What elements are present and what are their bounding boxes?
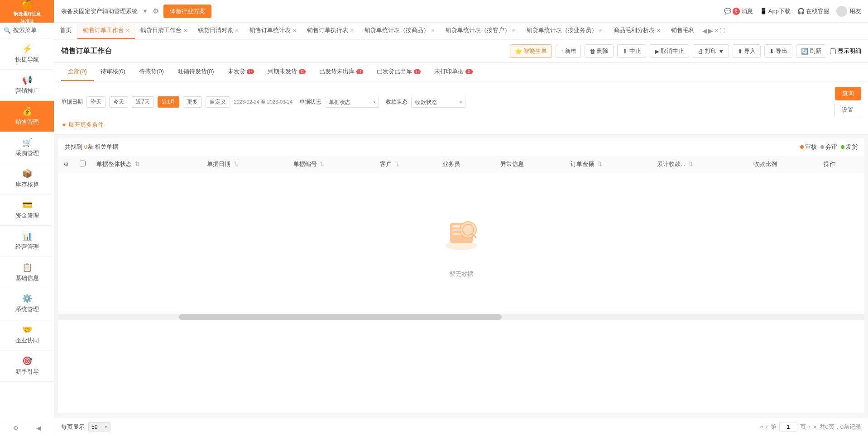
prev-page-btn[interactable]: ‹ bbox=[766, 423, 768, 430]
app-download-btn[interactable]: 📱 App下载 bbox=[760, 7, 791, 15]
tab-cash-reconcile[interactable]: 钱货日清对账 ✕ bbox=[192, 23, 244, 39]
settings-icon[interactable]: ⚙ bbox=[13, 425, 19, 431]
th-checkbox bbox=[74, 156, 91, 173]
smart-create-btn[interactable]: ⭐ 智能生单 bbox=[510, 44, 552, 58]
tab-close-icon[interactable]: ✕ bbox=[350, 28, 354, 33]
refresh-btn[interactable]: 🔄 刷新 bbox=[796, 44, 826, 58]
filter-tab-not-shipped[interactable]: 未发货 0 bbox=[221, 63, 261, 81]
tab-home[interactable]: 首页 bbox=[54, 23, 77, 39]
tab-sales-order-stats[interactable]: 销售订单统计表 ✕ bbox=[244, 23, 302, 39]
online-service-btn[interactable]: 🎧 在线客服 bbox=[797, 7, 830, 15]
tab-sales-stats-product[interactable]: 销货单统计表（按商品） ✕ bbox=[359, 23, 440, 39]
tab-close-icon[interactable]: ✕ bbox=[126, 28, 129, 33]
filter-tab-shipped-not-out[interactable]: 已发货未出库 0 bbox=[312, 63, 370, 81]
tab-close-all[interactable]: ✕ bbox=[714, 28, 719, 34]
print-btn[interactable]: 🖨 打印 ▼ bbox=[693, 44, 729, 58]
tab-close-icon[interactable]: ✕ bbox=[235, 28, 239, 33]
sidebar-item-marketing[interactable]: 📢 营销推广 bbox=[0, 70, 54, 101]
last-page-btn[interactable]: » bbox=[813, 423, 816, 430]
payment-select[interactable]: 收款状态 bbox=[411, 97, 465, 108]
delete-btn[interactable]: 🗑 删除 bbox=[585, 44, 614, 58]
filter-tab-all[interactable]: 全部(0) bbox=[61, 63, 94, 81]
sort-icon[interactable]: ⇅ bbox=[597, 161, 602, 167]
column-settings-icon[interactable]: ⚙ bbox=[63, 161, 69, 168]
sort-icon[interactable]: ⇅ bbox=[320, 161, 325, 167]
dropdown-icon[interactable]: ▼ bbox=[142, 8, 148, 14]
tab-maximize[interactable]: ⛶ bbox=[719, 28, 725, 34]
sidebar-item-sales[interactable]: 💰 销售管理 bbox=[0, 101, 54, 132]
show-detail-toggle[interactable]: 显示明细 bbox=[830, 47, 861, 55]
show-detail-checkbox[interactable] bbox=[830, 48, 836, 54]
date-btn-yesterday[interactable]: 昨天 bbox=[86, 96, 106, 108]
tab-sales-order-workbench[interactable]: 销售订单工作台 ✕ bbox=[77, 23, 135, 39]
sidebar-item-operations[interactable]: 📊 经营管理 bbox=[0, 226, 54, 257]
sort-icon[interactable]: ⇅ bbox=[394, 161, 399, 167]
tab-label: 销售订单工作台 bbox=[83, 26, 124, 34]
tab-nav-next[interactable]: ▶ bbox=[708, 27, 713, 34]
filter-tab-wangpu[interactable]: 旺铺待发货(0) bbox=[171, 63, 221, 81]
review-btn[interactable]: 审核 bbox=[800, 143, 817, 151]
tab-close-icon[interactable]: ✕ bbox=[599, 28, 603, 33]
sort-icon[interactable]: ⇅ bbox=[688, 161, 693, 167]
next-page-btn[interactable]: › bbox=[809, 423, 810, 430]
tab-sales-stats-staff[interactable]: 销货单统计表（按业务员） ✕ bbox=[521, 23, 608, 39]
first-page-btn[interactable]: « bbox=[760, 423, 763, 430]
sort-icon[interactable]: ⇅ bbox=[234, 161, 239, 167]
scroll-thumb[interactable] bbox=[179, 314, 501, 320]
tab-sales-profit[interactable]: 销售毛利 bbox=[666, 23, 700, 39]
page-input[interactable] bbox=[779, 422, 797, 431]
select-all-checkbox[interactable] bbox=[80, 161, 86, 166]
cancel-suspend-btn[interactable]: ▶ 取消中止 bbox=[650, 44, 689, 58]
tab-product-margin[interactable]: 商品毛利分析表 ✕ bbox=[608, 23, 666, 39]
tab-nav-prev[interactable]: ◀ bbox=[702, 27, 707, 34]
date-btn-7days[interactable]: 近7天 bbox=[132, 96, 154, 108]
tab-sales-order-exec[interactable]: 销售订单执行表 ✕ bbox=[302, 23, 359, 39]
sidebar-item-guide[interactable]: 🎯 新手引导 bbox=[0, 351, 54, 382]
date-btn-1month[interactable]: 近1月 bbox=[158, 96, 180, 108]
filter-tab-expired[interactable]: 到期未发货 0 bbox=[261, 63, 312, 81]
experience-btn[interactable]: 体验行业方案 bbox=[163, 5, 211, 18]
add-btn[interactable]: + 新增 bbox=[556, 45, 581, 58]
tab-sales-stats-customer[interactable]: 销货单统计表（按客户） ✕ bbox=[440, 23, 521, 39]
page-size-select[interactable]: 10 20 50 100 bbox=[88, 422, 110, 431]
import-btn[interactable]: ⬆ 导入 bbox=[733, 44, 761, 58]
sort-icon[interactable]: ⇅ bbox=[135, 161, 140, 167]
collapse-icon[interactable]: ◀ bbox=[36, 425, 41, 431]
sidebar-item-quick-nav[interactable]: ⚡ 快捷导航 bbox=[0, 38, 54, 70]
date-btn-custom[interactable]: 自定义 bbox=[206, 96, 230, 108]
filter-tab-not-printed[interactable]: 未打印单据 0 bbox=[427, 63, 479, 81]
horizontal-scrollbar[interactable] bbox=[58, 314, 864, 320]
sidebar-item-enterprise[interactable]: 🤝 企业协同 bbox=[0, 319, 54, 351]
settings-gear-icon[interactable]: ⚙ bbox=[153, 7, 159, 15]
status-select[interactable]: 单据状态 bbox=[325, 97, 379, 108]
filter-tab-pending-review[interactable]: 待审核(0) bbox=[94, 63, 132, 81]
expand-btn[interactable]: ▼ 展开更多条件 bbox=[61, 121, 861, 129]
suspend-btn[interactable]: ⏸ 中止 bbox=[617, 44, 646, 58]
query-btn[interactable]: 查询 bbox=[835, 87, 861, 100]
settings-btn[interactable]: 设置 bbox=[834, 103, 861, 117]
export-btn[interactable]: ⬇ 导出 bbox=[764, 44, 792, 58]
cancel-review-btn[interactable]: 弃审 bbox=[820, 143, 837, 151]
ship-btn[interactable]: 发货 bbox=[841, 143, 858, 151]
filter-tab-label: 未打印单据 0 bbox=[434, 68, 472, 75]
filter-tab-pending-check[interactable]: 待拣货(0) bbox=[132, 63, 171, 81]
date-btn-more[interactable]: 更多 bbox=[183, 96, 202, 108]
sidebar-item-finance[interactable]: 💳 资金管理 bbox=[0, 194, 54, 226]
tabbar: 首页 销售订单工作台 ✕ 钱货日清工作台 ✕ 钱货日清对账 ✕ 销售订单统计表 … bbox=[54, 23, 868, 40]
sidebar-search[interactable]: 🔍 搜索菜单 bbox=[0, 23, 54, 38]
guide-icon: 🎯 bbox=[22, 356, 32, 366]
tab-close-icon[interactable]: ✕ bbox=[183, 28, 187, 33]
tab-close-icon[interactable]: ✕ bbox=[657, 28, 660, 33]
tab-close-icon[interactable]: ✕ bbox=[293, 28, 296, 33]
tab-cash-daily[interactable]: 钱货日清工作台 ✕ bbox=[135, 23, 192, 39]
user-avatar[interactable]: 用友 bbox=[836, 6, 861, 17]
filter-tab-shipped-out[interactable]: 已发货已出库 0 bbox=[370, 63, 427, 81]
sidebar-item-base-info[interactable]: 📋 基础信息 bbox=[0, 257, 54, 288]
sidebar-item-purchase[interactable]: 🛒 采购管理 bbox=[0, 132, 54, 163]
sidebar-item-system[interactable]: ⚙️ 系统管理 bbox=[0, 288, 54, 319]
sidebar-item-inventory[interactable]: 📦 库存核算 bbox=[0, 163, 54, 194]
tab-close-icon[interactable]: ✕ bbox=[512, 28, 516, 33]
tab-close-icon[interactable]: ✕ bbox=[431, 28, 435, 33]
message-btn[interactable]: 💬 6 消息 bbox=[724, 7, 753, 15]
date-btn-today[interactable]: 今天 bbox=[109, 96, 128, 108]
